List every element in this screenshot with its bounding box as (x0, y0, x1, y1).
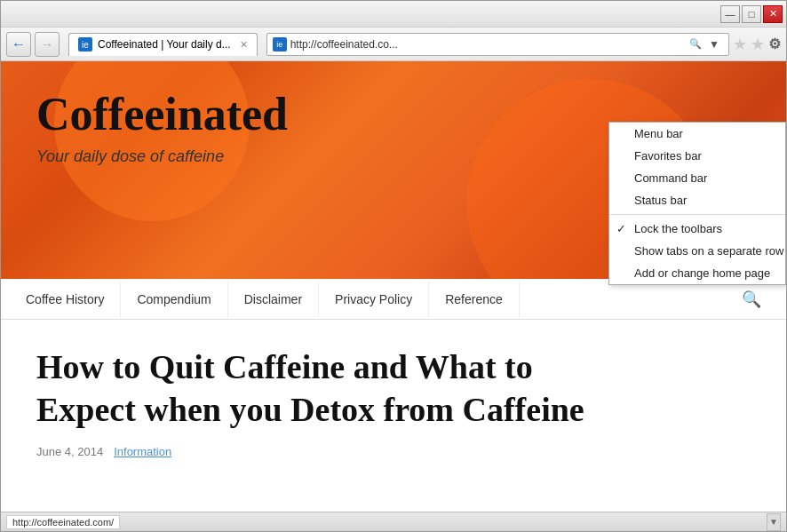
context-menu-divider (609, 214, 785, 215)
title-bar: — □ ✕ (1, 1, 786, 28)
nav-bar: ← → ie Coffeeinated | Your daily d... ✕ … (1, 28, 786, 61)
article-category[interactable]: Information (114, 445, 171, 458)
title-bar-buttons: — □ ✕ (720, 5, 783, 23)
tab-close-button[interactable]: ✕ (240, 39, 248, 51)
tab-title: Coffeeinated | Your daily d... (98, 38, 231, 51)
back-button[interactable]: ← (6, 32, 31, 57)
context-menu-item-homepage[interactable]: Add or change home page (609, 262, 785, 284)
article-date: June 4, 2014 (36, 445, 103, 458)
status-bar: http://coffeeinated.com/ ▼ (1, 512, 786, 531)
webpage: Coffeeinated Your daily dose of caffeine… (1, 61, 786, 512)
maximize-button[interactable]: □ (742, 5, 761, 23)
minimize-button[interactable]: — (720, 5, 740, 23)
browser-window: — □ ✕ ← → ie Coffeeinated | Your daily d… (0, 0, 787, 532)
article-area: How to Quit Caffeine and What to Expect … (1, 320, 786, 485)
context-menu-item-menubar[interactable]: Menu bar (609, 123, 785, 145)
address-bar[interactable]: ie http://coffeeinated.co... 🔍 ▼ (266, 33, 729, 56)
close-button[interactable]: ✕ (763, 5, 783, 23)
context-menu-item-statusbar[interactable]: Status bar (609, 189, 785, 211)
nav-item-coffee-history[interactable]: Coffee History (19, 282, 121, 317)
nav-item-reference[interactable]: Reference (429, 282, 520, 317)
nav-item-compendium[interactable]: Compendium (121, 282, 227, 317)
browser-tab[interactable]: ie Coffeeinated | Your daily d... ✕ (68, 33, 258, 56)
article-title: How to Quit Caffeine and What to Expect … (36, 346, 640, 431)
context-menu-item-showtabs[interactable]: Show tabs on a separate row (609, 240, 785, 262)
toolbar-right: ★ ★ ⚙ (733, 35, 781, 54)
address-search-icon[interactable]: 🔍 (686, 38, 705, 50)
context-menu-item-commandbar[interactable]: Command bar (609, 167, 785, 189)
site-search-icon[interactable]: 🔍 (735, 282, 768, 316)
address-text: http://coffeeinated.co... (290, 38, 686, 51)
context-menu: Menu bar Favorites bar Command bar Statu… (608, 122, 786, 285)
tab-favicon: ie (78, 37, 92, 52)
scroll-down-button[interactable]: ▼ (767, 513, 781, 531)
nav-item-disclaimer[interactable]: Disclaimer (228, 282, 319, 317)
add-favorites-icon[interactable]: ★ (751, 35, 765, 54)
status-url: http://coffeeinated.com/ (6, 515, 120, 529)
nav-item-privacy-policy[interactable]: Privacy Policy (319, 282, 429, 317)
address-dropdown-icon[interactable]: ▼ (705, 36, 723, 53)
context-menu-item-locktoolbars[interactable]: Lock the toolbars (609, 218, 785, 240)
article-meta: June 4, 2014 Information (36, 445, 751, 458)
favorites-star-icon[interactable]: ★ (733, 35, 747, 54)
tools-gear-icon[interactable]: ⚙ (768, 36, 781, 52)
address-favicon: ie (273, 37, 287, 52)
context-menu-item-favoritesbar[interactable]: Favorites bar (609, 145, 785, 167)
forward-button[interactable]: → (35, 32, 60, 57)
